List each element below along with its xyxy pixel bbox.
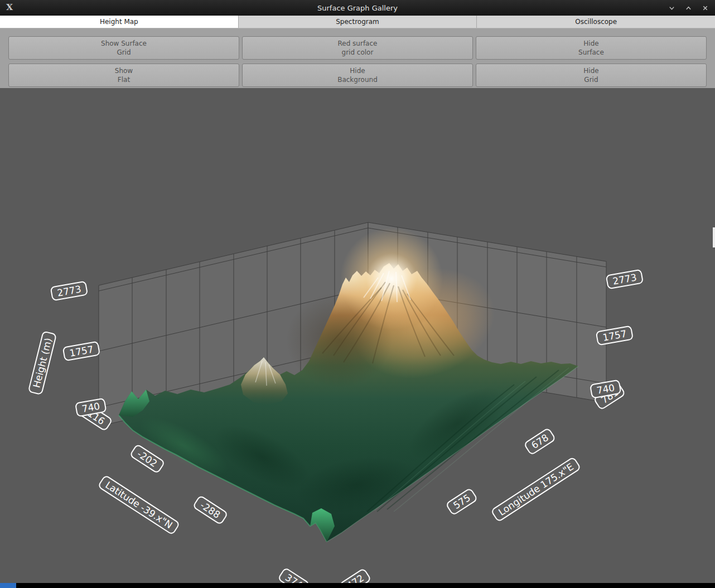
hide-grid-button[interactable]: Hide Grid bbox=[476, 64, 707, 87]
chevron-up-icon bbox=[685, 4, 692, 12]
hide-background-button[interactable]: Hide Background bbox=[242, 64, 473, 87]
button-label-line: Show bbox=[9, 66, 239, 75]
surface-plot-canvas[interactable] bbox=[0, 0, 715, 588]
tab-bar: Height Map Spectrogram Oscilloscope bbox=[0, 16, 715, 28]
maximize-button[interactable] bbox=[684, 3, 693, 12]
button-label-line: Show Surface bbox=[9, 39, 239, 48]
summit-snow-glow bbox=[340, 227, 443, 330]
hide-surface-button[interactable]: Hide Surface bbox=[476, 36, 707, 60]
button-label-line: Hide bbox=[476, 39, 706, 48]
button-label-line: Hide bbox=[476, 66, 706, 75]
bottom-bar bbox=[0, 583, 715, 588]
button-label-line: Surface bbox=[476, 48, 706, 57]
tab-oscilloscope[interactable]: Oscilloscope bbox=[477, 16, 715, 28]
button-label-line: grid color bbox=[243, 48, 472, 57]
button-label-line: Grid bbox=[9, 48, 239, 57]
control-button-panel: Show Surface Grid Red surface grid color… bbox=[0, 28, 715, 88]
button-label-line: Hide bbox=[243, 66, 472, 75]
close-button[interactable] bbox=[700, 3, 709, 12]
tab-height-map[interactable]: Height Map bbox=[0, 16, 239, 28]
button-label-line: Flat bbox=[9, 75, 239, 84]
app-icon-x11: X bbox=[5, 3, 14, 12]
button-label-line: Red surface bbox=[243, 39, 472, 48]
bottom-bar-blue-segment bbox=[0, 583, 16, 588]
close-icon bbox=[702, 4, 709, 12]
shade-button[interactable] bbox=[667, 3, 676, 12]
window-controls bbox=[667, 0, 709, 16]
show-surface-grid-button[interactable]: Show Surface Grid bbox=[8, 36, 239, 60]
show-flat-button[interactable]: Show Flat bbox=[8, 64, 239, 87]
chevron-down-icon bbox=[668, 4, 675, 12]
surface-grid-color-button[interactable]: Red surface grid color bbox=[242, 36, 473, 60]
titlebar[interactable]: X Surface Graph Gallery bbox=[0, 0, 715, 16]
tab-spectrogram[interactable]: Spectrogram bbox=[239, 16, 477, 28]
button-label-line: Background bbox=[243, 75, 472, 84]
screen-edge-artifact bbox=[713, 227, 715, 247]
button-label-line: Grid bbox=[476, 75, 706, 84]
window-title: Surface Graph Gallery bbox=[0, 4, 715, 12]
